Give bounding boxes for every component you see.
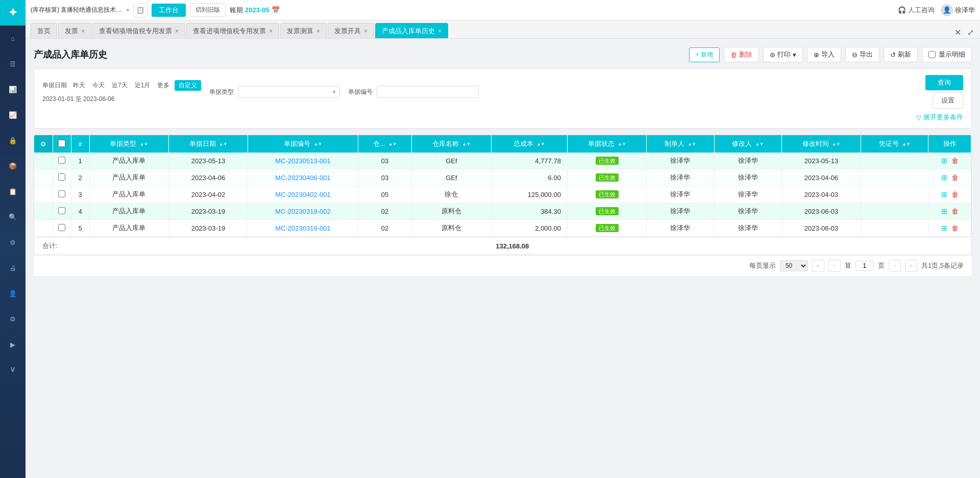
- more-shortcut[interactable]: 更多: [155, 80, 172, 91]
- sidebar-item-home[interactable]: ⌂: [0, 26, 26, 51]
- row-checkbox[interactable]: [58, 157, 65, 164]
- delete-action-button[interactable]: 🗑: [951, 224, 959, 232]
- th-total-cost[interactable]: 总成本 ▲▼: [491, 135, 567, 153]
- sort-warehouse-code[interactable]: ▲▼: [388, 142, 397, 146]
- sort-doc-type[interactable]: ▲▼: [140, 142, 148, 146]
- th-doc-num[interactable]: 单据编号 ▲▼: [248, 135, 358, 153]
- doc-num-link[interactable]: MC-20230406-001: [275, 174, 330, 182]
- row-checkbox[interactable]: [58, 173, 65, 181]
- import-button[interactable]: ⊕ 导入: [807, 47, 841, 62]
- th-modifier[interactable]: 修改人 ▲▼: [714, 135, 781, 153]
- expand-button[interactable]: ▽ 展开更多条件: [916, 113, 963, 122]
- show-details-toggle[interactable]: 显示明细: [922, 47, 972, 62]
- export-button[interactable]: ⊖ 导出: [845, 47, 879, 62]
- sort-modifier[interactable]: ▲▼: [755, 142, 764, 146]
- view-action-button[interactable]: ⊞: [941, 224, 947, 232]
- prev-page-button[interactable]: ‹: [828, 260, 841, 272]
- tab-invoice-calc-close[interactable]: ×: [316, 28, 320, 35]
- sort-modify-time[interactable]: ▲▼: [832, 142, 840, 146]
- sort-doc-status[interactable]: ▲▼: [618, 142, 626, 146]
- th-warehouse-name[interactable]: 仓库名称 ▲▼: [412, 135, 491, 153]
- th-voucher-num[interactable]: 凭证号 ▲▼: [861, 135, 928, 153]
- td-doc-num[interactable]: MC-20230319-002: [248, 203, 358, 220]
- td-doc-num[interactable]: MC-20230513-001: [248, 153, 358, 169]
- view-action-button[interactable]: ⊞: [941, 207, 947, 215]
- doc-num-link[interactable]: MC-20230319-002: [275, 208, 330, 215]
- select-all-checkbox[interactable]: [58, 140, 65, 147]
- sidebar-item-doc[interactable]: ☰: [0, 51, 26, 77]
- td-checkbox[interactable]: [53, 203, 71, 220]
- delete-action-button[interactable]: 🗑: [951, 173, 959, 182]
- tab-invoice-close[interactable]: ×: [81, 28, 85, 35]
- view-action-button[interactable]: ⊞: [941, 173, 947, 182]
- td-checkbox[interactable]: [53, 169, 71, 186]
- td-checkbox[interactable]: [53, 186, 71, 203]
- custom-shortcut[interactable]: 自定义: [175, 80, 201, 91]
- page-num-input[interactable]: [855, 261, 874, 271]
- th-checkbox[interactable]: [53, 135, 71, 153]
- doc-icon-btn[interactable]: 📋: [133, 3, 148, 17]
- goto-old-button[interactable]: 切到旧版: [190, 3, 226, 17]
- row-checkbox[interactable]: [58, 224, 65, 231]
- last-month-shortcut[interactable]: 近1月: [133, 80, 153, 91]
- show-details-checkbox[interactable]: [928, 51, 936, 58]
- sidebar-item-chart[interactable]: 📊: [0, 77, 26, 102]
- tab-check-purchase-vat[interactable]: 查看进项增值税专用发票 ×: [186, 23, 279, 38]
- refresh-button[interactable]: ↺ 刷新: [884, 47, 918, 62]
- calendar-icon[interactable]: 📅: [272, 6, 280, 14]
- td-doc-num[interactable]: MC-20230406-001: [248, 169, 358, 186]
- last7-shortcut[interactable]: 近7天: [110, 80, 130, 91]
- doc-num-link[interactable]: MC-20230402-001: [275, 191, 330, 198]
- sort-total-cost[interactable]: ▲▼: [537, 142, 545, 146]
- sidebar-item-user2[interactable]: 👤: [0, 281, 26, 306]
- tab-invoice[interactable]: 发票 ×: [58, 23, 91, 38]
- sidebar-item-settings2[interactable]: ⚙: [0, 230, 26, 255]
- sidebar-item-settings[interactable]: ⚙: [0, 306, 26, 332]
- sidebar-item-print[interactable]: 🖨: [0, 255, 26, 281]
- th-doc-status[interactable]: 单据状态 ▲▼: [567, 135, 646, 153]
- row-checkbox[interactable]: [58, 190, 65, 197]
- th-doc-type[interactable]: 单据类型 ▲▼: [89, 135, 168, 153]
- sidebar-item-lock[interactable]: 🔒: [0, 128, 26, 153]
- yesterday-shortcut[interactable]: 昨天: [71, 80, 87, 91]
- sidebar-item-video[interactable]: ▶: [0, 332, 26, 357]
- user-service[interactable]: 🎧 人工咨询: [898, 6, 935, 15]
- tab-check-sales-vat-close[interactable]: ×: [175, 28, 179, 35]
- td-doc-num[interactable]: MC-20230319-001: [248, 220, 358, 237]
- query-button[interactable]: 查询: [925, 75, 963, 90]
- setting-button[interactable]: 设置: [933, 92, 963, 109]
- sidebar-item-version[interactable]: V: [0, 357, 26, 383]
- sidebar-item-tasks[interactable]: 📋: [0, 179, 26, 204]
- td-checkbox[interactable]: [53, 220, 71, 237]
- th-modify-time[interactable]: 修改时间 ▲▼: [781, 135, 861, 153]
- delete-button[interactable]: 🗑 删除: [724, 47, 759, 62]
- doc-num-input[interactable]: [377, 86, 479, 98]
- sort-doc-date[interactable]: ▲▼: [219, 142, 227, 146]
- th-creator[interactable]: 制单人 ▲▼: [647, 135, 714, 153]
- sidebar-item-reports[interactable]: 📈: [0, 102, 26, 128]
- doc-num-link[interactable]: MC-20230319-001: [275, 224, 330, 232]
- company-dropdown-icon[interactable]: ▾: [127, 7, 129, 13]
- add-button[interactable]: + 新增: [689, 47, 720, 62]
- delete-action-button[interactable]: 🗑: [951, 190, 959, 198]
- tab-home[interactable]: 首页: [31, 23, 57, 38]
- tab-invoice-calc[interactable]: 发票测算 ×: [280, 23, 327, 38]
- tab-invoice-open[interactable]: 发票开具 ×: [328, 23, 374, 38]
- sort-voucher-num[interactable]: ▲▼: [902, 142, 911, 146]
- sidebar-item-goods[interactable]: 📦: [0, 153, 26, 179]
- view-action-button[interactable]: ⊞: [941, 157, 947, 165]
- tab-product-inbound-close[interactable]: ×: [438, 28, 442, 35]
- th-settings[interactable]: ⚙: [34, 135, 53, 153]
- per-page-select[interactable]: 50 100 200: [780, 260, 808, 271]
- next-page-button[interactable]: ›: [889, 260, 901, 272]
- sidebar-item-scan[interactable]: 🔍: [0, 204, 26, 230]
- last-page-button[interactable]: »: [905, 260, 917, 272]
- sort-warehouse-name[interactable]: ▲▼: [462, 142, 471, 146]
- sort-doc-num[interactable]: ▲▼: [314, 142, 322, 146]
- delete-action-button[interactable]: 🗑: [951, 207, 959, 215]
- sort-creator[interactable]: ▲▼: [688, 142, 696, 146]
- user-profile[interactable]: 👤 徐泽华: [941, 4, 975, 16]
- tab-check-purchase-vat-close[interactable]: ×: [269, 28, 273, 35]
- tab-invoice-open-close[interactable]: ×: [364, 28, 368, 35]
- print-button[interactable]: ⊜ 打印 ▾: [763, 47, 803, 62]
